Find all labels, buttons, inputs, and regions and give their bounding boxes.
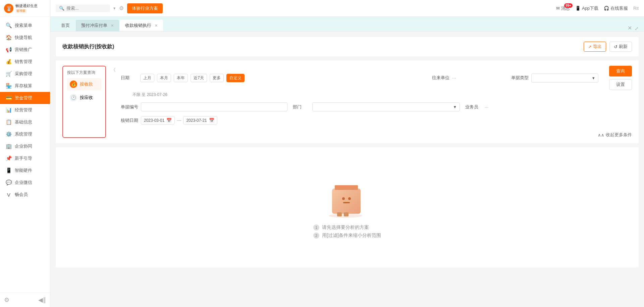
query-btn[interactable]: 查询: [609, 66, 632, 76]
solution-btn[interactable]: 体验行业方案: [127, 3, 163, 13]
right-leg: [344, 212, 348, 216]
user-name: Rit: [633, 6, 639, 11]
tabbar: 首页 预付冲应付单 ✕ 收款核销执行 ✕ ✕ ⤢: [50, 17, 644, 32]
settings-icon[interactable]: ⚙: [4, 296, 9, 304]
online-service-btn[interactable]: 🎧 在线客服: [604, 5, 628, 11]
nav-label-quick: 快捷导航: [15, 35, 32, 41]
nav-label-corp: 企业协同: [15, 143, 32, 149]
empty-illustration: [324, 174, 371, 218]
nav-icon-member: V: [5, 192, 12, 198]
date-btn-this-year[interactable]: 本年: [174, 74, 188, 82]
topbar-search-input[interactable]: [66, 6, 107, 11]
receivable-option-label: 按应收: [80, 95, 93, 101]
date-field: 日期 上月 本月 本年 近7天 更多 自定义: [121, 74, 427, 82]
empty-hint-2-text: 用[过滤]条件来缩小分析范围: [322, 233, 381, 239]
write-off-start-value: 2023-03-01: [144, 118, 164, 123]
refresh-btn[interactable]: ↺ 刷新: [609, 42, 632, 52]
topbar-search-area[interactable]: 🔍: [56, 4, 110, 12]
nav-label-inventory: 库存核算: [15, 83, 32, 89]
sidebar-item-wechat[interactable]: 💬 企业微信: [0, 176, 50, 189]
nav-label-finance: 资金管理: [15, 95, 32, 101]
more-conditions-btn[interactable]: ∧∧ 收起更多条件: [121, 132, 632, 138]
page-actions: ↗ 导出 ↺ 刷新: [584, 42, 632, 52]
partner-selector[interactable]: ···: [452, 75, 456, 81]
prepay-tab-close-icon[interactable]: ✕: [111, 23, 114, 28]
filter-row-2: 单据编号 部门 ▾ 业务员 ···: [121, 102, 632, 111]
date-btn-last-month[interactable]: 上月: [140, 74, 154, 82]
sidebar-item-finance[interactable]: 💳 资金管理: [0, 92, 50, 104]
filter-fields: 日期 上月 本月 本年 近7天 更多 自定义 往来单位: [121, 66, 632, 138]
date-btn-7days[interactable]: 近7天: [191, 74, 207, 82]
nav-icon-system: ⚙️: [5, 131, 12, 137]
nav-label-marketing: 营销推广: [15, 47, 32, 53]
tab-home[interactable]: 首页: [56, 20, 75, 31]
date-btn-custom[interactable]: 自定义: [226, 74, 245, 82]
filter-scheme-selector: 按以下方案查询 💰 按收款 🕐 按应收: [62, 66, 106, 138]
export-icon: ↗: [588, 44, 592, 49]
date-btn-this-month[interactable]: 本月: [157, 74, 171, 82]
doc-type-label: 单据类型: [511, 75, 529, 81]
right-eye: [348, 197, 351, 200]
date-btn-more[interactable]: 更多: [210, 74, 224, 82]
filter-section-title: 按以下方案查询: [67, 70, 101, 75]
doc-type-select[interactable]: ▾: [531, 73, 598, 83]
sidebar-item-inventory[interactable]: 🏪 库存核算: [0, 80, 50, 92]
sidebar-logo: 🐰 畅捷通好生意 标准版: [0, 0, 50, 17]
doc-no-label: 单据编号: [121, 104, 138, 110]
collapse-icon[interactable]: ◀‖: [38, 296, 46, 304]
message-btn[interactable]: ✉ 消息 99+: [556, 5, 570, 11]
filter-option-by-receipt[interactable]: 💰 按收款: [67, 78, 101, 90]
home-tab-label: 首页: [61, 22, 70, 29]
sidebar-item-corp[interactable]: 🏢 企业协同: [0, 140, 50, 152]
write-off-end-input[interactable]: 2023-07-21 📅: [183, 116, 217, 124]
sidebar: 🐰 畅捷通好生意 标准版 🔍 搜索菜单 🏠 快捷导航 📢 营销推广 💰 销售管理…: [0, 0, 50, 307]
nav-icon-operation: 📊: [5, 107, 12, 113]
window-expand-icon[interactable]: ⤢: [635, 26, 639, 31]
tab-receipt-write-off[interactable]: 收款核销执行 ✕: [120, 20, 163, 31]
nav-icon-guide: 📌: [5, 155, 12, 161]
export-btn[interactable]: ↗ 导出: [584, 42, 606, 52]
app-download-btn[interactable]: 📱 App下载: [575, 5, 598, 11]
doc-no-input[interactable]: [141, 102, 287, 111]
empty-hint-1: 1 请先选择要分析的方案: [313, 224, 381, 231]
search-icon: 🔍: [59, 6, 64, 11]
sidebar-item-marketing[interactable]: 📢 营销推广: [0, 44, 50, 56]
topbar-chevron-icon[interactable]: ▾: [113, 6, 116, 11]
write-off-end-value: 2023-07-21: [186, 118, 207, 123]
nav-icon-wechat: 💬: [5, 180, 12, 186]
filter-action-buttons: 查询 设置: [609, 66, 632, 90]
nav-icon-quick: 🏠: [5, 35, 12, 41]
staff-label: 业务员: [465, 104, 482, 110]
filter-row-3: 核销日期 2023-03-01 📅 — 2023-07-21 📅: [121, 116, 632, 124]
sidebar-item-operation[interactable]: 📊 经营管理: [0, 104, 50, 116]
sidebar-item-system[interactable]: ⚙️ 系统管理: [0, 128, 50, 140]
sidebar-item-guide[interactable]: 📌 新手引导: [0, 152, 50, 164]
logo-name: 畅捷通好生意: [15, 3, 38, 8]
sidebar-item-purchase[interactable]: 🛒 采购管理: [0, 68, 50, 80]
receipt-tab-close-icon[interactable]: ✕: [155, 23, 158, 28]
dept-label: 部门: [293, 104, 310, 110]
left-eye: [342, 197, 345, 200]
nav-label-system: 系统管理: [15, 131, 32, 137]
sidebar-item-member[interactable]: V 畅会员: [0, 189, 50, 201]
message-icon: ✉: [556, 6, 560, 11]
filter-option-by-receivable[interactable]: 🕐 按应收: [67, 92, 101, 104]
staff-field: 业务员 ···: [465, 104, 632, 110]
sidebar-item-hardware[interactable]: 📱 智能硬件: [0, 164, 50, 176]
staff-selector[interactable]: ···: [485, 104, 489, 110]
sidebar-item-search[interactable]: 🔍 搜索菜单: [0, 19, 50, 32]
window-close-icon[interactable]: ✕: [628, 25, 632, 31]
write-off-start-input[interactable]: 2023-03-01 📅: [141, 116, 175, 124]
gear-icon[interactable]: ⚙: [119, 5, 124, 11]
service-label: 在线客服: [610, 5, 628, 11]
user-area[interactable]: Rit: [633, 6, 639, 11]
setting-btn[interactable]: 设置: [609, 79, 632, 90]
dept-select[interactable]: ▾: [312, 102, 460, 111]
sidebar-item-quick[interactable]: 🏠 快捷导航: [0, 32, 50, 44]
sidebar-item-basic[interactable]: 📋 基础信息: [0, 116, 50, 128]
sidebar-item-sales[interactable]: 💰 销售管理: [0, 56, 50, 68]
tab-prepay[interactable]: 预付冲应付单 ✕: [76, 20, 119, 31]
prepay-tab-label: 预付冲应付单: [81, 22, 107, 29]
receipt-option-icon: 💰: [70, 81, 77, 88]
filter-collapse-btn[interactable]: 《: [110, 66, 117, 138]
